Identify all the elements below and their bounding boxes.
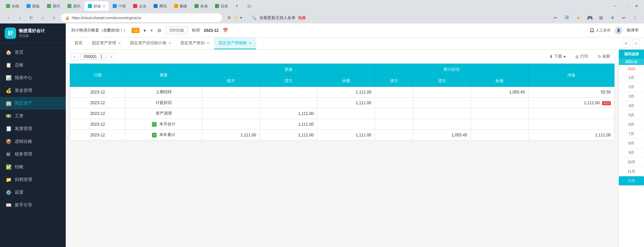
sidebar-item-invoice[interactable]: 🧾 发票管理 — [0, 122, 66, 135]
cell-orig-debit — [202, 119, 260, 130]
prev-page-button[interactable]: ‹ — [71, 53, 78, 60]
sidebar-item-sales-ledger[interactable]: 📦 进销台账 — [0, 135, 66, 148]
sidebar-label-close: 结账 — [15, 164, 23, 170]
tab-close-icon[interactable]: ✕ — [103, 4, 105, 8]
period-month-7[interactable]: 7月 — [619, 129, 644, 139]
undo-icon[interactable]: ↩ — [619, 13, 629, 22]
sidebar-item-home[interactable]: 🏠 首页 — [0, 46, 66, 59]
refresh-button[interactable]: ↻ 刷新 — [595, 52, 613, 61]
service-button[interactable]: 🎧 人工咨询 — [590, 28, 610, 33]
tab-depreciation-stat-close[interactable]: ✕ — [168, 41, 171, 45]
sidebar-item-reports[interactable]: 📊 报表中心 — [0, 71, 66, 84]
browser-tab-qiye[interactable]: 企业 — [130, 1, 150, 11]
more-icon[interactable]: ⋮ — [631, 13, 640, 22]
dropdown-arrow[interactable]: ▾ — [144, 28, 146, 33]
period-month-10[interactable]: 10月 — [619, 158, 644, 167]
url-input[interactable]: 🔒 https://cloud.chanjet.com/accounting/u… — [61, 13, 222, 22]
cell-orig-balance: 1,111.00 — [317, 98, 375, 108]
cell-summary: + 本月合计 — [125, 119, 202, 130]
period-month-8[interactable]: 8月 — [619, 139, 644, 148]
tab-asset-category-close[interactable]: ✕ — [207, 41, 209, 45]
browser-tab-geshui[interactable]: 个税 — [109, 1, 129, 11]
refresh-nav-button[interactable]: ↻ — [27, 13, 36, 22]
tab-fixed-asset-mgmt[interactable]: 固定资产管理 ✕ — [87, 38, 125, 49]
sidebar-item-settings[interactable]: ⚙️ 设置 — [0, 186, 66, 199]
period-month-5[interactable]: 5月 — [619, 111, 644, 120]
new-tab-button[interactable]: + — [232, 1, 241, 11]
period-month-2[interactable]: 2月 — [619, 82, 644, 92]
period-month-6[interactable]: 6月 — [619, 120, 644, 129]
forward-button[interactable]: › — [15, 13, 24, 22]
close-button[interactable]: ✕ — [632, 2, 641, 10]
next-page-button[interactable]: › — [108, 53, 115, 60]
sidebar-item-fund[interactable]: 💰 资金管理 — [0, 84, 66, 97]
period-month-12[interactable]: 12月 — [619, 176, 644, 186]
browser-menu-icon[interactable]: ⚙ — [227, 15, 231, 20]
star-icon[interactable]: ★ — [574, 13, 583, 22]
page-expand-button[interactable]: ⤢ — [632, 40, 640, 48]
cell-orig-debit — [202, 98, 260, 108]
period-month-1[interactable]: 1月 — [619, 73, 644, 82]
switch-version-button[interactable]: 切到旧版 — [166, 26, 188, 34]
sidebar-item-payroll[interactable]: 💵 工资 — [0, 110, 66, 122]
period-month-3[interactable]: 3月 — [619, 92, 644, 101]
period-month-11[interactable]: 11月 — [619, 167, 644, 176]
scissors-icon[interactable]: ✂ — [551, 13, 560, 22]
print-button[interactable]: 🖨 打印 — [572, 52, 591, 61]
back-button[interactable]: ‹ — [4, 13, 13, 22]
user-info: 刘小艳演示账套（勿删勿动！） — [71, 27, 127, 33]
settings-small-icon[interactable]: ⚙ — [157, 28, 162, 33]
download-dropdown-icon: ▾ — [564, 54, 566, 59]
sidebar-item-tax[interactable]: 🏛 税务管理 — [0, 148, 66, 161]
lightning-icon[interactable]: ⚡ — [233, 15, 238, 20]
browser-tab-yidai1[interactable]: 易代 — [44, 1, 63, 11]
period-month-9[interactable]: 9月 — [619, 148, 644, 158]
tab-home[interactable]: 首页 — [70, 38, 87, 49]
game-icon[interactable]: 🎮 — [585, 13, 594, 22]
download-button[interactable]: ⬇ 下载 ▾ — [547, 52, 568, 61]
bookmark-button[interactable]: ☆ — [50, 13, 58, 22]
browser-tab-yidai2[interactable]: 易代 — [64, 1, 84, 11]
grid-icon[interactable]: ⊞ — [596, 13, 606, 22]
restore-button[interactable]: ⬜ — [621, 2, 631, 10]
add-account-button[interactable]: + — [150, 27, 153, 34]
sun-icon[interactable]: ☀ — [608, 13, 617, 22]
period-value: 2023-12 — [204, 28, 219, 33]
hot-search-label[interactable]: 热搜 — [298, 15, 306, 20]
home-button[interactable]: ⌂ — [38, 13, 47, 22]
sidebar-item-general-ledger[interactable]: 📋 总账 — [0, 59, 66, 71]
minimize-button[interactable]: ─ — [610, 2, 620, 10]
col-original-value: 原值 — [202, 64, 375, 75]
sidebar-item-archive[interactable]: 📁 归档管理 — [0, 173, 66, 186]
page-close-button[interactable]: ✕ — [622, 40, 630, 48]
fund-icon: 💰 — [5, 88, 11, 93]
tab-label: 易代 — [73, 4, 80, 9]
sidebar-item-guide[interactable]: 📖 新手引导 — [0, 199, 66, 211]
tab-asset-detail-ledger-close[interactable]: ✕ — [249, 41, 252, 45]
tab-fixed-asset-mgmt-close[interactable]: ✕ — [118, 41, 121, 45]
browser-tab-muqian[interactable]: 目前 — [212, 1, 231, 11]
period-year[interactable]: 2023 — [619, 65, 644, 73]
period-header-date: 2023.12 — [619, 59, 644, 65]
calendar-icon[interactable]: 📅 — [223, 28, 228, 33]
ledger-icon: 📋 — [5, 62, 11, 68]
tab-asset-category[interactable]: 固定资产类别 ✕ — [176, 38, 214, 49]
browser-tab-changjie[interactable]: 畅捷 — [171, 1, 191, 11]
sidebar-item-close-period[interactable]: ✅ 结账 — [0, 161, 66, 173]
user-avatar[interactable]: 👤 — [614, 26, 623, 35]
cell-dep-balance — [471, 119, 528, 130]
sidebar-label-sales: 进销台账 — [15, 138, 32, 144]
period-month-4[interactable]: 4月 — [619, 101, 644, 111]
tab-depreciation-stat[interactable]: 固定资产折旧统计表 ✕ — [125, 38, 176, 49]
translate-icon[interactable]: 译 — [562, 13, 572, 22]
sidebar-item-fixed-assets[interactable]: 🏢 固定资产 — [0, 97, 66, 110]
sidebar-label-archive: 归档管理 — [15, 177, 32, 183]
dropdown-icon[interactable]: ▾ — [240, 15, 242, 20]
browser-tab-new[interactable]: 新版 — [23, 1, 43, 11]
browser-tab-tencent[interactable]: 腾讯 — [150, 1, 170, 11]
tab-asset-detail-ledger[interactable]: 固定资产明细账 ✕ — [214, 38, 256, 49]
sidebar-label-tax: 税务管理 — [15, 151, 32, 157]
browser-tab-haohui[interactable]: 好会 ✕ — [85, 1, 109, 11]
browser-tab-online[interactable]: 在线 — [3, 1, 22, 11]
browser-tab-gedi[interactable]: 各地 — [191, 1, 211, 11]
